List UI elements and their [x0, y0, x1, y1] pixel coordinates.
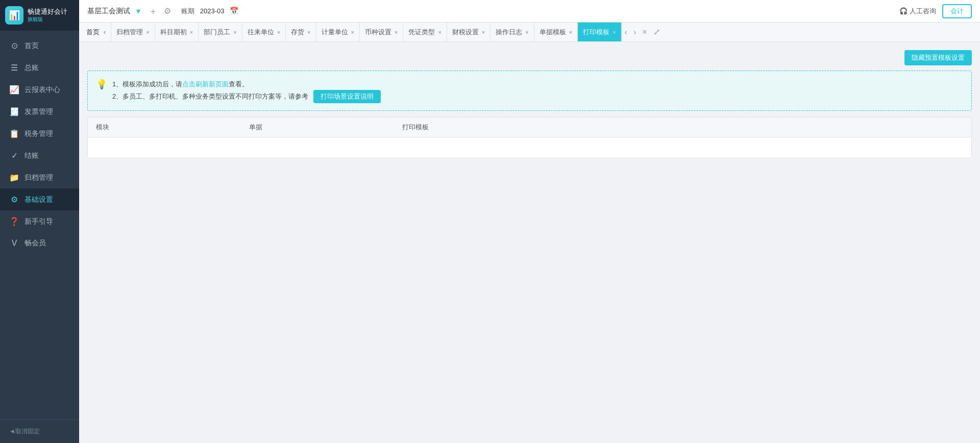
sidebar-item-archive[interactable]: 📁 归档管理: [0, 167, 79, 189]
tab-partner[interactable]: 往来单位 ×: [242, 22, 286, 42]
sidebar-unpin[interactable]: ◄取消固定: [0, 419, 79, 443]
tab-single-template[interactable]: 单据模板 ×: [534, 22, 578, 42]
tab-scroll-left[interactable]: ‹: [622, 22, 630, 42]
sidebar-item-label: 结账: [24, 151, 39, 160]
tab-close-currency[interactable]: ×: [395, 29, 398, 35]
tab-close-department[interactable]: ×: [233, 29, 236, 35]
table-header: 模块 单据 打印模板: [88, 118, 971, 137]
tab-scroll-right[interactable]: ›: [630, 22, 639, 42]
tab-close-partner[interactable]: ×: [277, 29, 280, 35]
kuaiji-button[interactable]: 会计: [942, 4, 972, 18]
tab-nav-back[interactable]: ‹: [104, 28, 106, 36]
headset-icon: 🎧: [899, 7, 908, 15]
period-label: 账期 2023-03 📅: [181, 7, 238, 16]
tab-close-inventory[interactable]: ×: [307, 29, 310, 35]
notice-line1-post: 查看。: [229, 80, 249, 88]
table-body: [88, 137, 971, 158]
print-template-table: 模块 单据 打印模板: [87, 117, 972, 158]
tab-close-print-template[interactable]: ×: [612, 29, 616, 35]
notice-line2: 2、多员工、多打印机、多种业务类型设置不同打印方案等，请参考 打印场景设置说明: [112, 90, 381, 103]
tab-close-unit[interactable]: ×: [351, 29, 354, 35]
home-icon: ⊙: [9, 41, 19, 51]
tab-close-subject[interactable]: ×: [190, 29, 193, 35]
sidebar-item-label: 新手引导: [24, 217, 53, 226]
tab-label: 部门员工: [204, 28, 230, 37]
tab-close-finance[interactable]: ×: [482, 29, 485, 35]
checkout-icon: ✓: [9, 151, 19, 160]
sidebar-item-label: 基础设置: [24, 195, 53, 204]
sidebar-item-guide[interactable]: ❓ 新手引导: [0, 211, 79, 232]
tab-label: 财税设置: [452, 28, 479, 37]
customer-service-label: 人工咨询: [910, 7, 936, 16]
content-area: 隐藏预置模板设置 💡 1、模板添加成功后，请点击刷新新页面查看。 2、多员工、多…: [79, 42, 980, 443]
guide-icon: ❓: [9, 217, 19, 226]
archive-icon: 📁: [9, 173, 19, 182]
settings-icon[interactable]: ⚙: [164, 6, 171, 16]
tab-voucher-type[interactable]: 凭证类型 ×: [403, 22, 447, 42]
tab-department[interactable]: 部门员工 ×: [199, 22, 242, 42]
app-version: 旗舰版: [28, 16, 67, 23]
tab-label: 科目期初: [160, 28, 187, 37]
tab-label: 凭证类型: [408, 28, 435, 37]
sidebar-item-label: 发票管理: [24, 107, 53, 116]
sidebar-item-invoice[interactable]: 🧾 发票管理: [0, 101, 79, 123]
hide-template-wrapper: 隐藏预置模板设置: [87, 50, 972, 65]
logo-icon: 📊: [5, 6, 23, 25]
tab-label: 单据模板: [540, 28, 566, 37]
tab-print-template[interactable]: 打印模板 ×: [578, 22, 621, 42]
tab-home[interactable]: 首页 ‹: [81, 22, 111, 42]
app-name: 畅捷通好会计: [28, 8, 67, 16]
tab-currency[interactable]: 币种设置 ×: [360, 22, 403, 42]
tab-subject[interactable]: 科目期初 ×: [155, 22, 199, 42]
sidebar-item-member[interactable]: V 畅会员: [0, 232, 79, 254]
bulb-icon: 💡: [96, 79, 107, 90]
sidebar-item-tax[interactable]: 📋 税务管理: [0, 123, 79, 145]
tab-label: 打印模板: [583, 28, 609, 37]
hide-template-button[interactable]: 隐藏预置模板设置: [904, 50, 972, 65]
tab-close-oplog[interactable]: ×: [525, 29, 528, 35]
tab-close-voucher-type[interactable]: ×: [438, 29, 441, 35]
print-explain-button[interactable]: 打印场景设置说明: [313, 90, 381, 103]
ledger-icon: ☰: [9, 63, 19, 73]
sidebar: 📊 畅捷通好会计 旗舰版 ⊙ 首页 ☰ 总账 📈 云报表中心 🧾 发票管理 📋 …: [0, 0, 79, 443]
sidebar-item-checkout[interactable]: ✓ 结账: [0, 145, 79, 167]
company-dropdown-icon[interactable]: ▾: [136, 6, 140, 16]
sidebar-logo: 📊 畅捷通好会计 旗舰版: [0, 0, 79, 31]
calendar-icon[interactable]: 📅: [230, 7, 238, 15]
unpin-label: ◄取消固定: [9, 427, 40, 436]
tab-finance[interactable]: 财税设置 ×: [447, 22, 491, 42]
notice-box: 💡 1、模板添加成功后，请点击刷新新页面查看。 2、多员工、多打印机、多种业务类…: [87, 71, 972, 111]
refresh-link[interactable]: 点击刷新新页面: [182, 80, 229, 88]
tab-oplog[interactable]: 操作日志 ×: [491, 22, 534, 42]
tab-inventory[interactable]: 存货 ×: [286, 22, 316, 42]
top-header: 基层工会测试 ▾ ＋ ⚙ 账期 2023-03 📅 🎧 人工咨询 会计: [79, 0, 980, 22]
tab-label: 存货: [291, 28, 304, 37]
sidebar-item-ledger[interactable]: ☰ 总账: [0, 57, 79, 79]
logo-text-block: 畅捷通好会计 旗舰版: [28, 8, 67, 24]
tab-expand[interactable]: ⤢: [650, 22, 663, 42]
tab-archive[interactable]: 归档管理 ×: [111, 22, 155, 42]
sidebar-item-reports[interactable]: 📈 云报表中心: [0, 79, 79, 101]
sidebar-item-home[interactable]: ⊙ 首页: [0, 35, 79, 57]
tab-unit[interactable]: 计量单位 ×: [316, 22, 360, 42]
tab-close-single-template[interactable]: ×: [569, 29, 572, 35]
customer-service-btn[interactable]: 🎧 人工咨询: [899, 7, 936, 16]
notice-text-block: 1、模板添加成功后，请点击刷新新页面查看。 2、多员工、多打印机、多种业务类型设…: [112, 78, 381, 103]
tax-icon: 📋: [9, 129, 19, 138]
sidebar-item-settings[interactable]: ⚙ 基础设置: [0, 189, 79, 211]
tab-close-all[interactable]: ×: [639, 22, 650, 42]
tab-label: 币种设置: [365, 28, 391, 37]
notice-line1: 1、模板添加成功后，请点击刷新新页面查看。: [112, 78, 381, 90]
tab-label: 往来单位: [248, 28, 274, 37]
tab-close-archive[interactable]: ×: [146, 29, 149, 35]
member-icon: V: [9, 239, 19, 248]
col-print-template: 打印模板: [394, 123, 971, 132]
add-tab-icon[interactable]: ＋: [149, 5, 158, 17]
period-value: 2023-03: [200, 7, 225, 15]
sidebar-item-label: 云报表中心: [24, 85, 60, 95]
tab-label: 首页: [86, 28, 100, 37]
invoice-icon: 🧾: [9, 107, 19, 116]
sidebar-item-label: 归档管理: [24, 173, 53, 182]
header-right: 🎧 人工咨询 会计: [899, 4, 972, 18]
company-name: 基层工会测试: [87, 7, 130, 16]
